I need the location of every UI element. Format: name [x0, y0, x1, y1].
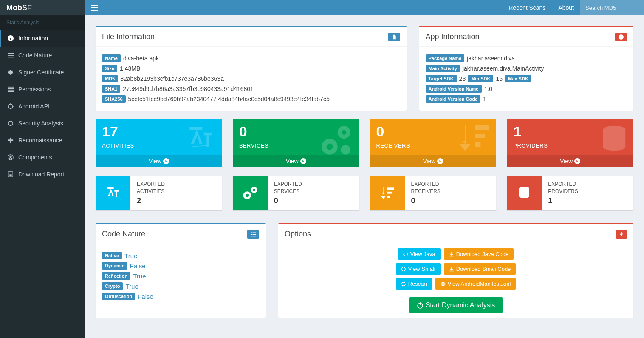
exported-providers-box: EXPORTED PROVIDERS 1 — [507, 176, 633, 210]
providers-stat-box: 1 PROVIDERS View — [507, 119, 633, 167]
badge-name: Name — [102, 54, 121, 62]
view-java-button[interactable]: View Java — [398, 248, 441, 260]
info-circle-icon — [6, 35, 15, 41]
sidebar-section-header: Static Analysis — [0, 15, 85, 30]
badge-native: Native — [102, 252, 122, 259]
svg-point-35 — [342, 130, 346, 135]
box-title: File Information — [102, 32, 388, 41]
svg-point-33 — [326, 144, 333, 150]
exported-services-count: 0 — [274, 196, 302, 205]
file-md5-value: 82ab8b2193b3cfb1c737e3a786be363a — [120, 75, 224, 82]
view-manifest-button[interactable]: View AndroidManifest.xml — [435, 278, 516, 290]
svg-point-58 — [442, 283, 443, 284]
refresh-icon — [401, 281, 406, 287]
svg-rect-4 — [8, 55, 14, 56]
activities-view-link[interactable]: View — [96, 155, 222, 167]
min-sdk-value: 15 — [496, 75, 503, 82]
exported-receivers-count: 0 — [411, 196, 441, 205]
svg-rect-27 — [91, 10, 98, 11]
recent-scans-link[interactable]: Recent Scans — [502, 4, 552, 11]
services-stat-box: 0 SERVICES View — [233, 119, 359, 167]
badge-md5: MD5 — [102, 75, 118, 82]
about-link[interactable]: About — [552, 4, 580, 11]
activities-stat-box: 17 ACTIVITIES View — [96, 119, 222, 167]
database-icon — [507, 176, 542, 210]
exported-receivers-box: EXPORTED RECEIVERS 0 — [370, 176, 497, 210]
sidebar-item-code-nature[interactable]: Code Nature — [0, 47, 85, 64]
badge-min-sdk: Min SDK — [468, 75, 493, 82]
receivers-view-link[interactable]: View — [370, 155, 497, 167]
file-sha256-value: 5cefc51fce9bd760b92ab2340477f4dda84b4ae0… — [128, 96, 330, 102]
badge-version-code: Android Version Code — [426, 95, 481, 103]
file-sha1-value: 27e849d9d7b86a3a3357fb3e980433a91d416801 — [123, 85, 254, 92]
svg-rect-3 — [8, 53, 14, 54]
sidebar-item-signer-certificate[interactable]: Signer Certificate — [0, 64, 85, 81]
sidebar-item-components[interactable]: Components — [0, 149, 85, 166]
language-icon — [184, 121, 218, 155]
svg-rect-56 — [251, 236, 252, 236]
gears-icon — [317, 121, 355, 159]
svg-point-20 — [10, 157, 11, 158]
svg-point-47 — [253, 189, 255, 191]
exported-activities-box: EXPORTED ACTIVITIES 2 — [96, 176, 222, 210]
sidebar-item-label: Components — [18, 154, 52, 161]
search-input[interactable] — [580, 0, 644, 15]
arrow-right-icon — [437, 158, 443, 164]
sidebar-item-security-analysis[interactable]: Security Analysis — [0, 115, 85, 132]
arrow-right-icon — [163, 158, 169, 164]
list-icon — [6, 52, 15, 58]
hamburger-icon — [91, 5, 98, 11]
file-size-value: 1.43MB — [120, 65, 140, 72]
brand-logo[interactable]: MobSF — [0, 0, 85, 15]
svg-rect-39 — [475, 134, 485, 138]
app-information-box: App Information Package Namejakhar.aseem… — [419, 26, 633, 111]
svg-point-2 — [10, 37, 11, 37]
sidebar-item-label: Signer Certificate — [18, 69, 64, 76]
badge-sha256: SHA256 — [102, 95, 126, 103]
code-icon — [401, 267, 406, 272]
sidebar: MobSF Static Analysis Information Code N… — [0, 0, 85, 338]
sidebar-item-label: Download Report — [18, 171, 64, 178]
sidebar-item-label: Android API — [18, 103, 50, 110]
version-code-value: 1 — [483, 96, 486, 102]
download-smali-button[interactable]: Download Smali Code — [444, 263, 516, 275]
options-box: Options View Java Download Java Code Vie… — [278, 223, 633, 318]
target-sdk-value: 23 — [459, 75, 466, 82]
receivers-stat-box: 0 RECEIVERS View — [370, 119, 497, 167]
bars-icon — [6, 86, 15, 92]
svg-point-30 — [621, 35, 621, 36]
view-smali-button[interactable]: View Smali — [396, 263, 441, 275]
dynamic-value: False — [130, 262, 146, 270]
sidebar-item-android-api[interactable]: Android API — [0, 98, 85, 115]
svg-point-15 — [8, 121, 13, 126]
badge-version-name: Android Version Name — [426, 85, 482, 93]
svg-rect-52 — [251, 232, 252, 233]
sidebar-item-information[interactable]: Information — [0, 30, 85, 47]
badge-sha1: SHA1 — [102, 85, 120, 93]
svg-rect-7 — [8, 88, 14, 89]
svg-rect-40 — [475, 142, 480, 147]
sidebar-item-label: Security Analysis — [18, 120, 63, 127]
badge-reflection: Reflection — [102, 272, 130, 280]
start-dynamic-analysis-button[interactable]: Start Dynamic Analysis — [409, 297, 503, 313]
download-java-button[interactable]: Download Java Code — [444, 248, 514, 260]
svg-rect-53 — [253, 232, 256, 233]
topbar: Recent Scans About — [85, 0, 644, 15]
sidebar-item-permissions[interactable]: Permissions — [0, 81, 85, 98]
sidebar-item-reconnaissance[interactable]: Reconnaissance — [0, 132, 85, 149]
svg-rect-6 — [8, 87, 14, 88]
plus-icon — [6, 137, 15, 143]
document-icon — [6, 171, 15, 177]
sidebar-toggle-button[interactable] — [85, 5, 105, 11]
rescan-button[interactable]: Rescan — [396, 278, 432, 290]
crosshair-icon — [6, 103, 15, 109]
download-icon — [449, 252, 454, 257]
native-value: True — [124, 252, 137, 259]
svg-rect-29 — [621, 37, 621, 38]
sort-icon — [458, 121, 492, 155]
svg-rect-25 — [91, 5, 98, 6]
svg-rect-50 — [387, 196, 390, 198]
providers-view-link[interactable]: View — [507, 155, 633, 167]
sidebar-item-download-report[interactable]: Download Report — [0, 166, 85, 183]
exported-providers-count: 1 — [548, 196, 578, 205]
